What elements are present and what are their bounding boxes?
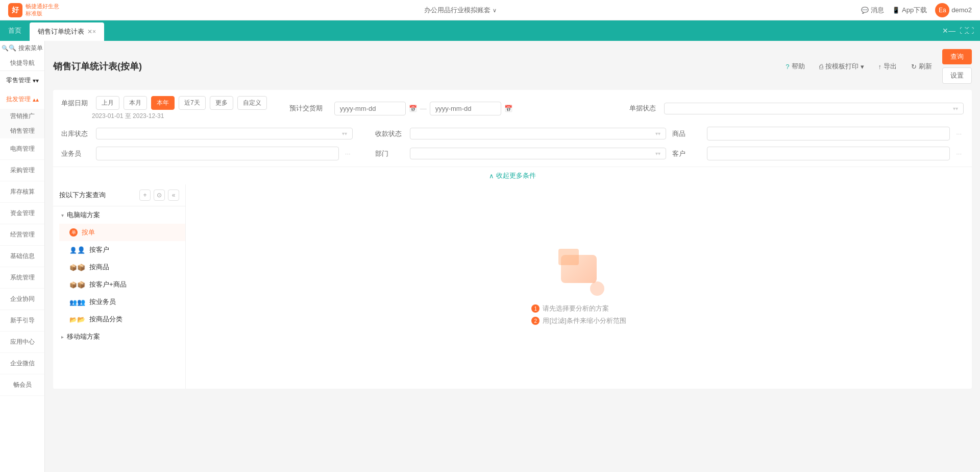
sidebar-item-sales[interactable]: 销售管理 [0,124,44,138]
goods-more-icon[interactable]: ··· [954,130,964,137]
more-btn[interactable]: 更多 [210,96,233,110]
dept-label: 部门 [375,149,406,158]
tree-item-by-goods[interactable]: 📦 按商品 [59,258,185,276]
tab-sales-order-stat[interactable]: 销售订单统计表 × [30,22,104,41]
tree-item-by-customer[interactable]: 👤 按客户 [59,241,185,258]
filter-col-delivery: 预计交货期 📅 — 📅 [289,102,624,115]
this-year-btn[interactable]: 本年 [151,96,175,110]
app-download-button[interactable]: App下载 [892,6,927,15]
help-button[interactable]: ? 帮助 [781,60,808,73]
refresh-button[interactable]: ↻ 刷新 [907,60,936,73]
sidebar-item-retail[interactable]: 零售管理 ▾ [0,71,44,90]
goods-input[interactable] [707,127,950,140]
app-selector-chevron-icon [493,6,497,14]
lp-actions: + ⊙ « [139,190,179,201]
sidebar-item-purchase[interactable]: 采购管理 [0,160,44,181]
print-icon: ⎙ [819,63,823,70]
tree-item-by-order[interactable]: 单 按单 [59,224,185,241]
delivery-start-input[interactable] [334,102,406,115]
sidebar-item-member[interactable]: 畅会员 [0,374,44,396]
tree-item-by-customer-goods[interactable]: 📦 按客户+商品 [59,276,185,293]
customer-more-icon[interactable]: ··· [954,150,964,157]
dept-select[interactable]: ▾ [410,148,667,159]
user-area[interactable]: Ea demo2 [935,3,972,17]
add-scheme-icon[interactable]: + [139,190,151,201]
sidebar-item-enterprise[interactable]: 企业协同 [0,289,44,310]
query-button[interactable]: 查询 [942,49,972,64]
print-button[interactable]: ⎙ 按模板打印 ▾ [815,60,868,73]
goods-label: 商品 [672,129,703,138]
status-label: 单据状态 [629,104,660,113]
app-selector[interactable]: 办公用品行业模拟账套 [424,6,497,15]
7days-btn[interactable]: 近7天 [179,96,206,110]
tabbar-close-icon[interactable]: — [942,27,955,35]
edit-scheme-icon[interactable]: ⊙ [154,190,165,201]
sidebar-item-inventory[interactable]: 库存核算 [0,181,44,203]
message-button[interactable]: 消息 [861,6,884,15]
tab-close-icon[interactable]: × [87,28,96,35]
logo-text: 畅捷通好生意 标准版 [26,3,59,16]
out-status-chevron-icon: ▾ [342,131,347,136]
topbar-left: 好 畅捷通好生意 标准版 [8,3,59,17]
out-status-label: 出库状态 [61,129,92,138]
status-chevron-icon: ▾ [953,106,958,111]
sidebar-quick-nav[interactable]: 快捷导航 [0,56,44,71]
tabbar: 首页 销售订单统计表 × — ⛶ [0,20,980,41]
filter-col-salesperson: 业务员 ··· [61,147,353,160]
date-label: 单据日期 [61,99,92,108]
sidebar: 🔍 搜索菜单 快捷导航 零售管理 ▾ 批发管理 ▴ 营销推广 销售管理 电商管理 [0,41,45,472]
wholesale-collapse-icon: ▴ [33,96,39,103]
tab-home[interactable]: 首页 [0,20,30,41]
salesperson-input[interactable] [96,147,339,160]
sidebar-item-marketing[interactable]: 营销推广 [0,109,44,124]
tabbar-maximize-icon[interactable]: ⛶ [960,27,974,35]
out-status-select[interactable]: ▾ [96,128,353,139]
sidebar-item-basic[interactable]: 基础信息 [0,246,44,267]
topbar: 好 畅捷通好生意 标准版 办公用品行业模拟账套 消息 App下载 Ea demo… [0,0,980,20]
custom-btn[interactable]: 自定义 [237,96,267,110]
sidebar-search[interactable]: 🔍 搜索菜单 [0,41,44,56]
prev-month-btn[interactable]: 上月 [96,96,119,110]
status-select[interactable]: ▾ [664,103,964,114]
sidebar-group-wholesale: 批发管理 ▴ [0,90,44,109]
filter-inner: 单据日期 上月 本月 本年 近7天 更多 自定义 [53,90,972,167]
sidebar-item-wholesale[interactable]: 批发管理 ▴ [0,90,44,109]
customer-input[interactable] [707,147,950,160]
tree-sub-pc: 单 按单 👤 按客户 📦 按商品 [53,224,185,328]
sidebar-item-wechat[interactable]: 企业微信 [0,353,44,374]
page-actions: ? 帮助 ⎙ 按模板打印 ▾ ↑ 导出 ↻ 刷新 [781,49,972,84]
page-content: 销售订单统计表(按单) ? 帮助 ⎙ 按模板打印 ▾ ↑ 导出 [45,41,980,472]
empty-illustration [548,245,609,296]
sidebar-item-operations[interactable]: 经营管理 [0,224,44,246]
collapse-bar[interactable]: ∧ 收起更多条件 [53,167,972,184]
collapse-panel-icon[interactable]: « [168,190,179,201]
customer-label: 客户 [672,149,703,158]
delivery-end-input[interactable] [430,102,501,115]
sidebar-item-appstore[interactable]: 应用中心 [0,332,44,353]
topbar-center: 办公用品行业模拟账套 [424,6,497,15]
receive-status-select[interactable]: ▾ [410,128,667,139]
calendar-end-icon: 📅 [504,105,512,112]
date-range-text: 2023-01-01 至 2023-12-31 [92,112,164,120]
sidebar-item-ecommerce[interactable]: 电商管理 [0,138,44,160]
calendar-start-icon: 📅 [409,105,417,112]
sidebar-item-newbie[interactable]: 新手引导 [0,310,44,332]
content-area: 销售订单统计表(按单) ? 帮助 ⎙ 按模板打印 ▾ ↑ 导出 [45,41,980,472]
setting-button[interactable]: 设置 [942,67,972,84]
sidebar-item-finance[interactable]: 资金管理 [0,203,44,224]
by-cg-icon: 📦 [69,281,85,289]
tree-section-pc[interactable]: ▾ 电脑端方案 [53,206,185,224]
export-button[interactable]: ↑ 导出 [874,60,901,73]
tree-item-by-salesperson[interactable]: 👥 按业务员 [59,293,185,311]
logo-area: 好 畅捷通好生意 标准版 [8,3,59,17]
left-panel: 按以下方案查询 + ⊙ « ▾ 电脑端方案 [53,184,186,389]
left-panel-title: 按以下方案查询 [59,191,106,200]
sidebar-item-system[interactable]: 系统管理 [0,267,44,289]
filter-col-dept: 部门 ▾ [375,148,667,159]
salesperson-more-icon[interactable]: ··· [343,150,353,157]
tree-section-mobile[interactable]: ▸ 移动端方案 [53,328,185,345]
split-layout: 按以下方案查询 + ⊙ « ▾ 电脑端方案 [53,184,972,389]
tree-item-by-category[interactable]: 📂 按商品分类 [59,311,185,328]
delivery-label: 预计交货期 [289,104,330,113]
this-month-btn[interactable]: 本月 [124,96,147,110]
